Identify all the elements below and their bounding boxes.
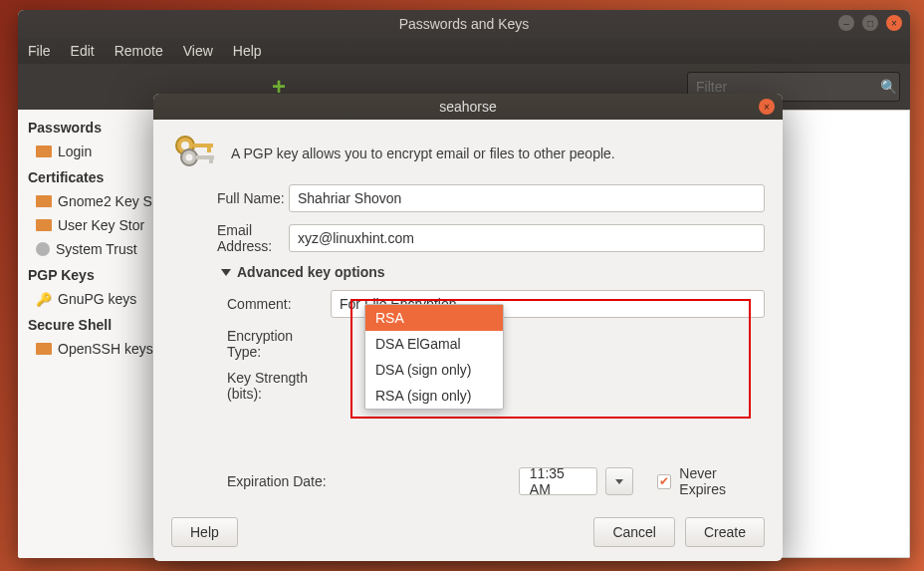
maximize-icon[interactable]: □ <box>862 15 878 31</box>
folder-icon <box>36 219 52 231</box>
label-key-strength: Key Strength (bits): <box>171 370 331 402</box>
key-icon: 🔑 <box>36 292 52 307</box>
chevron-down-icon <box>615 479 623 484</box>
label-comment: Comment: <box>171 296 331 312</box>
folder-icon <box>36 343 52 355</box>
dialog-buttons: Help Cancel Create <box>153 511 783 561</box>
dialog-title: seahorse <box>439 99 497 115</box>
label-exp-date: Expiration Date: <box>227 473 328 489</box>
sidebar-item-label: System Trust <box>56 241 137 257</box>
advanced-expander[interactable]: Advanced key options <box>171 264 765 280</box>
menu-file[interactable]: File <box>28 43 51 59</box>
cancel-button[interactable]: Cancel <box>593 517 675 547</box>
chevron-down-icon <box>221 269 231 276</box>
menu-edit[interactable]: Edit <box>71 43 95 59</box>
help-button[interactable]: Help <box>171 517 238 547</box>
never-expires-checkbox[interactable]: ✔ <box>657 474 672 489</box>
menu-view[interactable]: View <box>183 43 213 59</box>
never-expires-label: Never Expires <box>679 465 765 497</box>
dropdown-option-dsa-sign[interactable]: DSA (sign only) <box>365 357 503 383</box>
main-titlebar[interactable]: Passwords and Keys – □ × <box>18 10 910 38</box>
sidebar-item-label: User Key Stor <box>58 217 144 233</box>
search-icon[interactable]: 🔍 <box>878 79 899 95</box>
svg-rect-3 <box>207 143 211 152</box>
label-email: Email Address: <box>171 222 289 254</box>
menubar: File Edit Remote View Help <box>18 38 910 64</box>
close-icon[interactable]: × <box>886 15 902 31</box>
encryption-type-dropdown[interactable]: RSA DSA ElGamal DSA (sign only) RSA (sig… <box>364 304 504 410</box>
time-dropdown-button[interactable] <box>605 467 632 495</box>
label-full-name: Full Name: <box>171 190 289 206</box>
menu-remote[interactable]: Remote <box>115 43 163 59</box>
dialog-titlebar[interactable]: seahorse × <box>153 94 783 120</box>
create-button[interactable]: Create <box>685 517 765 547</box>
menu-help[interactable]: Help <box>233 43 262 59</box>
advanced-label: Advanced key options <box>237 264 385 280</box>
sidebar-item-label: Gnome2 Key S <box>58 193 152 209</box>
filter-input[interactable] <box>688 79 878 95</box>
folder-icon <box>36 195 52 207</box>
dialog-close-icon[interactable]: × <box>759 99 775 115</box>
sidebar-item-label: Login <box>58 143 92 159</box>
dropdown-option-dsa-elgamal[interactable]: DSA ElGamal <box>365 331 503 357</box>
window-title: Passwords and Keys <box>399 16 530 32</box>
full-name-input[interactable] <box>289 184 765 212</box>
gear-icon <box>36 242 50 256</box>
sidebar-item-label: OpenSSH keys <box>58 341 153 357</box>
dropdown-option-rsa-sign[interactable]: RSA (sign only) <box>365 383 503 409</box>
dialog-intro-text: A PGP key allows you to encrypt email or… <box>231 145 615 161</box>
sidebar-item-label: GnuPG keys <box>58 291 136 307</box>
minimize-icon[interactable]: – <box>838 15 854 31</box>
email-input[interactable] <box>289 224 765 252</box>
label-enc-type: Encryption Type: <box>171 328 331 360</box>
svg-rect-7 <box>209 155 213 163</box>
window-controls: – □ × <box>838 15 902 31</box>
svg-point-1 <box>181 142 189 149</box>
svg-point-5 <box>186 154 193 161</box>
dropdown-option-rsa[interactable]: RSA <box>365 305 503 331</box>
keys-icon <box>171 132 219 174</box>
folder-icon <box>36 145 52 157</box>
time-field[interactable]: 11:35 AM <box>519 467 598 495</box>
